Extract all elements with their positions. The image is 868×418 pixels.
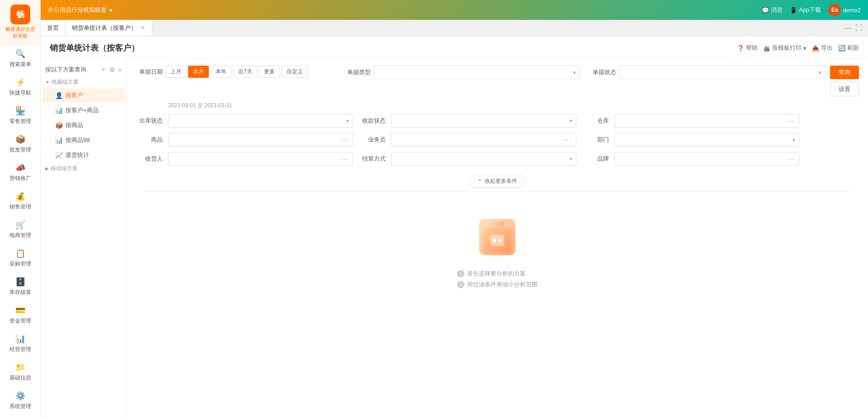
collapse-bar: ⌃ 收起更多条件 [136,171,859,191]
user-menu[interactable]: Ea demo2 [828,4,861,16]
print-dropdown-icon: ▾ [803,45,807,52]
sidebar-item-corp[interactable]: 🤝 企业协同 [0,415,40,418]
salesperson-select[interactable]: ··· [391,133,576,147]
sidebar-item-system[interactable]: ⚙️ 系统管理 [0,386,40,415]
sidebar-item-inventory-label: 库存核算 [9,289,31,296]
sidebar-item-quicknav[interactable]: ⚡ 快捷导航 [0,73,40,101]
ecommerce-icon: 🛒 [15,220,25,230]
order-status-label: 单据状态 [589,68,616,76]
refresh-label: 刷新 [847,44,859,52]
download-icon: 📱 [790,7,797,14]
department-select[interactable]: ▾ [614,133,799,147]
tab-maximize-icon[interactable]: ⛶ [855,24,863,32]
warehouse-select[interactable]: ··· [614,114,799,128]
refresh-icon: 🔄 [838,45,845,52]
order-type-select[interactable]: ▾ [373,66,580,79]
sidebar-item-finance[interactable]: 💳 资金管理 [0,301,40,329]
app-logo: 畅 畅捷通好生意 标准版 [0,0,40,44]
sidebar-item-basicinfo[interactable]: 📁 基础信息 [0,358,40,386]
main-area: 办公用品行业模拟账套 ▾ 💬 消息 📱 App下载 Ea demo2 首页 [41,0,868,418]
desktop-section-arrow: ▼ [45,80,50,85]
tab-sales-stats[interactable]: 销货单统计表（按客户） ✕ [66,20,152,36]
menu-item-by-product-99[interactable]: 📊 按商品99 [42,133,124,147]
sidebar-item-operations[interactable]: 📊 经营管理 [0,329,40,358]
mobile-section-label[interactable]: ▶ 移动端方案 [41,163,126,174]
collapse-arrow-icon: ⌃ [477,178,482,185]
payment-method-select[interactable]: ▾ [391,152,576,166]
sidebar-item-marketing-label: 营销推广 [9,175,31,182]
sidebar-item-purchase[interactable]: 📋 采购管理 [0,244,40,272]
message-button[interactable]: 💬 消息 [762,6,783,14]
logo-text: 畅捷通好生意 标准版 [5,26,35,39]
tab-home[interactable]: 首页 [41,20,66,36]
menu-item-by-customer[interactable]: 👤 按客户 [42,88,124,103]
tab-sales-stats-label: 销货单统计表（按客户） [72,24,137,32]
sidebar-item-wholesale[interactable]: 📦 批发管理 [0,130,40,158]
sidebar-item-inventory[interactable]: 🗄️ 库存核算 [0,272,40,301]
menu-item-return-stats[interactable]: 📈 退货统计 [42,148,124,162]
help-button[interactable]: ❓ 帮助 [737,44,758,52]
custom-btn[interactable]: 自定义 [282,66,308,78]
tab-minimize-icon[interactable]: — [844,24,852,32]
print-button[interactable]: 🖨️ 按模板打印 ▾ [763,44,807,52]
basicinfo-icon: 📁 [15,362,25,372]
order-type-chevron: ▾ [573,70,576,76]
empty-tip-1: 1 请先选择要分析的方案 [457,270,538,278]
settings-scheme-icon[interactable]: ⚙ [109,66,115,73]
export-button[interactable]: 📤 导出 [812,44,833,52]
add-scheme-icon[interactable]: ＋ [100,66,107,74]
date-range-display: 2023-03-01 至 2023-03-31 [168,102,232,109]
order-status-select[interactable]: ▾ [619,66,826,79]
tab-close-icon[interactable]: ✕ [139,25,146,31]
salesperson-label: 业务员 [359,136,386,144]
mobile-section-arrow: ▶ [45,166,49,171]
brand-select[interactable]: ··· [614,152,799,166]
last-7-btn[interactable]: 近7天 [233,66,257,78]
empty-tips: 1 请先选择要分析的方案 2 用过滤条件来缩小分析范围 [457,270,538,291]
collapse-button[interactable]: ⌃ 收起更多条件 [470,175,525,188]
purchase-icon: 📋 [15,248,25,258]
by-product-icon: 📦 [55,122,63,129]
last-month-btn[interactable]: 上月 [165,66,186,78]
refresh-button[interactable]: 🔄 刷新 [838,44,859,52]
more-btn[interactable]: 更多 [259,66,280,78]
desktop-section-label[interactable]: ▼ 电脑端方案 [41,76,126,88]
app-download-button[interactable]: 📱 App下载 [790,6,821,14]
payment-status-select[interactable]: ▾ [391,114,576,128]
tabbar: 首页 销货单统计表（按客户） ✕ — ⛶ [41,20,868,36]
inventory-icon: 🗄️ [15,277,25,287]
out-status-select[interactable]: ▾ [168,114,353,128]
sidebar-item-ecommerce[interactable]: 🛒 电商管理 [0,215,40,244]
settings-button[interactable]: 设置 [830,82,859,96]
print-icon: 🖨️ [763,45,770,52]
help-icon: ❓ [737,45,744,52]
query-btn-group: 查询 设置 [830,66,859,96]
sidebar-item-search[interactable]: 🔍 搜索菜单 [0,44,40,73]
sidebar-item-ecommerce-label: 电商管理 [9,232,31,239]
sidebar-item-marketing[interactable]: 📣 营销推广 [0,158,40,187]
menu-item-by-customer-product[interactable]: 📊 按客户+商品 [42,103,124,118]
mobile-section-title: 移动端方案 [51,165,78,172]
left-panel-icon-group: ＋ ⚙ « [100,66,122,74]
out-status-label: 出库状态 [136,117,163,125]
menu-item-by-product[interactable]: 📦 按商品 [42,118,124,133]
query-button[interactable]: 查询 [830,66,859,79]
this-year-btn[interactable]: 本年 [211,66,231,78]
empty-icon [475,219,520,264]
sidebar-item-retail[interactable]: 🏪 零售管理 [0,101,40,130]
collapse-panel-icon[interactable]: « [118,66,122,73]
consignee-select[interactable]: ··· [168,152,353,166]
content-area: 按以下方案查询 ＋ ⚙ « ▼ 电脑端方案 👤 按客户 [41,58,868,418]
menu-item-by-customer-product-label: 按客户+商品 [66,106,99,114]
consignee-label: 收货人 [136,155,163,163]
product-select[interactable]: ··· [168,133,353,147]
this-month-btn[interactable]: 本月 [188,66,209,78]
payment-method-label: 结算方式 [359,155,386,163]
by-customer-product-icon: 📊 [55,107,63,114]
menu-item-by-customer-label: 按客户 [66,91,83,100]
by-product-99-icon: 📊 [55,137,63,144]
product-selector[interactable]: 办公用品行业模拟账套 ▾ [48,6,113,14]
sidebar-item-system-label: 系统管理 [9,403,31,410]
product-title: 办公用品行业模拟账套 [48,6,107,14]
sidebar-item-sales[interactable]: 💰 销售管理 [0,187,40,215]
